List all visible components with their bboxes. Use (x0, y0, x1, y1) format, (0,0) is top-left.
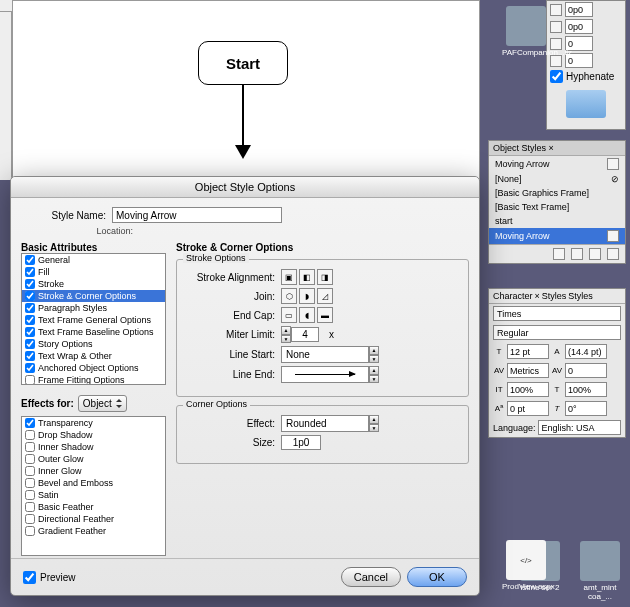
effect-checkbox[interactable] (25, 430, 35, 440)
desktop-file[interactable]: amt_mint coa_... (576, 541, 624, 601)
new-folder-icon[interactable] (571, 248, 583, 260)
line-start-select[interactable]: None (281, 346, 369, 363)
vscale-field[interactable]: 100% (507, 382, 549, 397)
cap-projecting-icon[interactable]: ▬ (317, 307, 333, 323)
language-select[interactable]: English: USA (538, 420, 621, 435)
tab-styles2[interactable]: Styles (568, 291, 593, 301)
effect-checkbox[interactable] (25, 490, 35, 500)
line-end-select[interactable] (281, 366, 369, 383)
object-style-item[interactable]: [Basic Text Frame] (489, 200, 625, 214)
object-style-item[interactable]: Moving Arrow (489, 228, 625, 244)
attribute-item[interactable]: Story Options (22, 338, 165, 350)
effect-item[interactable]: Inner Glow (22, 465, 165, 477)
attribute-item[interactable]: Fill (22, 266, 165, 278)
hscale-field[interactable]: 100% (565, 382, 607, 397)
tab-character[interactable]: Character (493, 291, 533, 301)
line-end-stepper[interactable]: ▲▼ (369, 366, 379, 383)
effect-checkbox[interactable] (25, 514, 35, 524)
corner-size-field[interactable] (281, 435, 321, 450)
object-style-item[interactable]: start (489, 214, 625, 228)
cap-round-icon[interactable]: ◖ (299, 307, 315, 323)
attribute-item[interactable]: Anchored Object Options (22, 362, 165, 374)
attribute-checkbox[interactable] (25, 363, 35, 373)
attribute-item[interactable]: Frame Fitting Options (22, 374, 165, 385)
desktop-file[interactable]: </>ProdView.aspx (502, 540, 550, 591)
cancel-button[interactable]: Cancel (341, 567, 401, 587)
cap-butt-icon[interactable]: ▭ (281, 307, 297, 323)
effect-checkbox[interactable] (25, 478, 35, 488)
skew-field[interactable]: 0° (565, 401, 607, 416)
leading-field[interactable]: (14.4 pt) (565, 344, 607, 359)
effect-item[interactable]: Bevel and Emboss (22, 477, 165, 489)
miter-limit-field[interactable] (291, 327, 319, 342)
font-size-field[interactable]: 12 pt (507, 344, 549, 359)
effect-item[interactable]: Inner Shadow (22, 441, 165, 453)
object-style-item[interactable]: [Basic Graphics Frame] (489, 186, 625, 200)
desktop-file[interactable]: PAFCompanion...liz (502, 6, 550, 57)
attribute-checkbox[interactable] (25, 267, 35, 277)
corner-effect-stepper[interactable]: ▲▼ (369, 415, 379, 432)
effect-item[interactable]: Drop Shadow (22, 429, 165, 441)
effects-for-select[interactable]: Object (78, 395, 127, 412)
miter-stepper[interactable]: ▲▼ (281, 326, 291, 343)
effect-checkbox[interactable] (25, 502, 35, 512)
indent-field[interactable]: 0p0 (565, 19, 593, 34)
attribute-item[interactable]: Text Wrap & Other (22, 350, 165, 362)
effect-item[interactable]: Basic Feather (22, 501, 165, 513)
attribute-checkbox[interactable] (25, 291, 35, 301)
tab-styles[interactable]: Styles (542, 291, 567, 301)
font-family-select[interactable]: Times (493, 306, 621, 321)
attribute-checkbox[interactable] (25, 255, 35, 265)
effect-item[interactable]: Transparency (22, 417, 165, 429)
effect-item[interactable]: Outer Glow (22, 453, 165, 465)
trash-icon[interactable] (607, 248, 619, 260)
new-style-icon[interactable] (589, 248, 601, 260)
effect-item[interactable]: Gradient Feather (22, 525, 165, 537)
style-name-input[interactable] (112, 207, 282, 223)
indent-field[interactable]: 0p0 (565, 2, 593, 17)
effect-checkbox[interactable] (25, 442, 35, 452)
attribute-checkbox[interactable] (25, 375, 35, 385)
join-bevel-icon[interactable]: ◿ (317, 288, 333, 304)
attribute-item[interactable]: Text Frame General Options (22, 314, 165, 326)
attribute-item[interactable]: Stroke & Corner Options (22, 290, 165, 302)
ok-button[interactable]: OK (407, 567, 467, 587)
start-shape[interactable]: Start (198, 41, 288, 85)
attribute-checkbox[interactable] (25, 315, 35, 325)
effect-checkbox[interactable] (25, 454, 35, 464)
font-style-select[interactable]: Regular (493, 325, 621, 340)
preview-checkbox[interactable] (23, 571, 36, 584)
line-start-stepper[interactable]: ▲▼ (369, 346, 379, 363)
preview-checkbox-wrap[interactable]: Preview (23, 571, 76, 584)
effect-checkbox[interactable] (25, 418, 35, 428)
join-miter-icon[interactable]: ⬡ (281, 288, 297, 304)
align-outside-icon[interactable]: ◨ (317, 269, 333, 285)
effect-checkbox[interactable] (25, 466, 35, 476)
attribute-item[interactable]: General (22, 254, 165, 266)
align-center-icon[interactable]: ▣ (281, 269, 297, 285)
attribute-item[interactable]: Text Frame Baseline Options (22, 326, 165, 338)
effect-checkbox[interactable] (25, 526, 35, 536)
corner-effect-select[interactable]: Rounded (281, 415, 369, 432)
baseline-field[interactable]: 0 pt (507, 401, 549, 416)
attribute-item[interactable]: Stroke (22, 278, 165, 290)
flyout-icon[interactable] (607, 158, 619, 170)
effect-item[interactable]: Directional Feather (22, 513, 165, 525)
attribute-checkbox[interactable] (25, 279, 35, 289)
join-round-icon[interactable]: ◗ (299, 288, 315, 304)
attribute-item[interactable]: Paragraph Styles (22, 302, 165, 314)
hyphenate-checkbox[interactable] (550, 70, 563, 83)
arrow-line[interactable] (242, 85, 244, 150)
clear-override-icon[interactable] (553, 248, 565, 260)
attribute-checkbox[interactable] (25, 351, 35, 361)
tracking-field[interactable]: 0 (565, 363, 607, 378)
align-inside-icon[interactable]: ◧ (299, 269, 315, 285)
attribute-checkbox[interactable] (25, 303, 35, 313)
attribute-checkbox[interactable] (25, 339, 35, 349)
folder-icon[interactable] (566, 90, 606, 118)
object-style-item[interactable]: [None]⊘ (489, 172, 625, 186)
effect-item[interactable]: Satin (22, 489, 165, 501)
document-canvas[interactable]: Start (12, 0, 480, 180)
kerning-field[interactable]: Metrics (507, 363, 549, 378)
attribute-checkbox[interactable] (25, 327, 35, 337)
